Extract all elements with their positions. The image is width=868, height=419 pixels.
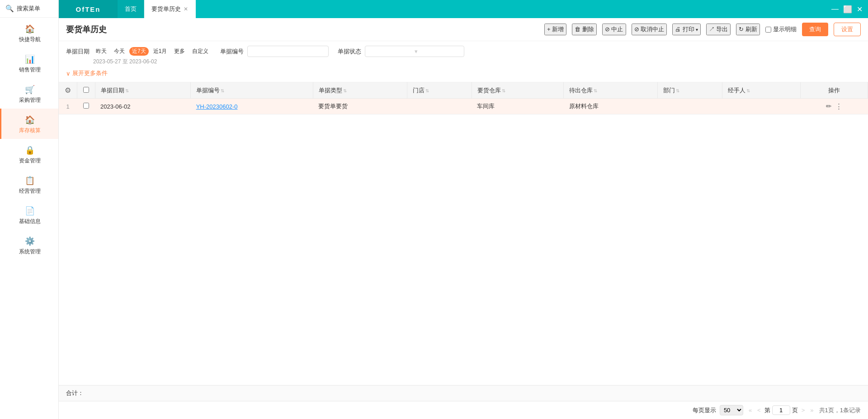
col-header-pending_warehouse: 待出仓库⇅ (564, 82, 658, 99)
sidebar-label-finance: 资金管理 (19, 157, 41, 165)
doc-no-input[interactable] (247, 46, 329, 57)
cell-department (658, 99, 722, 114)
tab-close-requisition-history[interactable]: ✕ (184, 6, 188, 12)
date-opt-last1month[interactable]: 近1月 (151, 47, 170, 56)
new-button[interactable]: + 新增 (544, 24, 566, 35)
topbar-right: — ⬜ ✕ (831, 5, 868, 14)
sidebar-icon-quick-nav: 🏠 (25, 24, 35, 34)
edit-action-icon[interactable]: ✏ (826, 102, 832, 110)
date-opt-custom[interactable]: 自定义 (189, 47, 211, 56)
doc-status-select[interactable]: ▾ (365, 46, 464, 57)
cell-checkbox[interactable] (77, 99, 95, 114)
col-header-store: 门店⇅ (407, 82, 472, 99)
date-opt-today[interactable]: 今天 (111, 47, 127, 56)
date-opt-last7days[interactable]: 近7天 (129, 47, 149, 56)
data-table: ⚙单据日期⇅单据编号⇅单据类型⇅门店⇅要货仓库⇅待出仓库⇅部门⇅经手人⇅操作 1… (59, 82, 868, 114)
sidebar-item-finance[interactable]: 🔒 资金管理 (0, 139, 58, 169)
sidebar-item-operation[interactable]: 📋 经营管理 (0, 169, 58, 200)
col-header-actions: 操作 (801, 82, 868, 99)
col-header-checkbox[interactable] (77, 82, 95, 99)
doc-no-link[interactable]: YH-20230602-0 (196, 103, 238, 110)
date-opt-more[interactable]: 更多 (171, 47, 188, 56)
sidebar: 🔍 搜索菜单 🏠 快捷导航 📊 销售管理 🛒 采购管理 🏠 库存核算 🔒 资金管… (0, 0, 59, 419)
content-area: 要货单历史 + 新增 🗑 删除 ⊘ 中止 ⊘ 取消中止 🖨 打印 ▾ ↗ 导出 … (59, 18, 868, 419)
next-page-button[interactable]: > (800, 406, 807, 414)
sidebar-item-system[interactable]: ⚙️ 系统管理 (0, 230, 58, 260)
page-header: 要货单历史 + 新增 🗑 删除 ⊘ 中止 ⊘ 取消中止 🖨 打印 ▾ ↗ 导出 … (59, 18, 868, 41)
last-page-button[interactable]: » (808, 406, 815, 414)
query-button[interactable]: 查询 (802, 23, 828, 36)
summary-label: 合计： (66, 390, 84, 396)
restore-button[interactable]: ⬜ (843, 5, 852, 14)
sidebar-item-sales[interactable]: 📊 销售管理 (0, 48, 58, 78)
sidebar-item-inventory[interactable]: 🏠 库存核算 (0, 109, 58, 139)
app-logo: OfTEn (59, 0, 118, 18)
tab-home[interactable]: 首页 (118, 0, 144, 18)
table-row: 12023-06-02YH-20230602-0要货单要货车间库原材料仓库 ✏ … (59, 99, 868, 114)
filter-area: 单据日期 昨天今天近7天近1月更多自定义 单据编号 单据状态 ▾ (59, 41, 868, 82)
main-area: OfTEn 首页要货单历史✕ — ⬜ ✕ 要货单历史 + 新增 🗑 删除 ⊘ 中… (59, 0, 868, 419)
settings-gear-icon[interactable]: ⚙ (65, 86, 71, 94)
expand-icon: ∨ (66, 70, 71, 77)
sidebar-label-purchase: 采购管理 (19, 96, 41, 104)
sidebar-icon-finance: 🔒 (25, 145, 35, 155)
print-dropdown-icon[interactable]: ▾ (696, 27, 698, 32)
doc-no-label: 单据编号 (220, 48, 244, 56)
first-page-button[interactable]: « (747, 406, 754, 414)
print-button[interactable]: 🖨 打印 ▾ (672, 24, 701, 35)
footer-summary: 合计： (59, 385, 868, 401)
doc-date-label: 单据日期 (66, 48, 90, 56)
filter-row: 单据日期 昨天今天近7天近1月更多自定义 单据编号 单据状态 ▾ (66, 46, 861, 57)
search-icon: 🔍 (5, 5, 14, 13)
date-opt-yesterday[interactable]: 昨天 (93, 47, 109, 56)
col-header-settings[interactable]: ⚙ (59, 82, 77, 99)
cell-pending_warehouse: 原材料仓库 (564, 99, 658, 114)
cell-store (407, 99, 472, 114)
cell-doc_no[interactable]: YH-20230602-0 (191, 99, 313, 114)
doc-status-filter: 单据状态 ▾ (338, 46, 464, 57)
col-header-req_warehouse: 要货仓库⇅ (472, 82, 563, 99)
select-all-checkbox[interactable] (83, 87, 89, 93)
per-page-select[interactable]: 102050100 (720, 405, 743, 415)
close-window-button[interactable]: ✕ (857, 5, 863, 14)
refresh-button[interactable]: ↻ 刷新 (736, 24, 760, 35)
sidebar-icon-purchase: 🛒 (25, 85, 35, 95)
page-label: 第 (764, 406, 770, 414)
page-title: 要货单历史 (66, 24, 544, 35)
row-checkbox[interactable] (83, 103, 89, 109)
prev-page-button[interactable]: < (755, 406, 763, 414)
col-header-doc_date: 单据日期⇅ (95, 82, 191, 99)
cancel-stop-button[interactable]: ⊘ 取消中止 (632, 24, 667, 35)
sidebar-label-sales: 销售管理 (19, 66, 41, 74)
col-header-doc_no: 单据编号⇅ (191, 82, 313, 99)
expand-filter-button[interactable]: ∨ 展开更多条件 (66, 69, 861, 77)
tab-requisition-history[interactable]: 要货单历史✕ (144, 0, 196, 18)
sidebar-label-base-info: 基础信息 (19, 218, 41, 225)
sidebar-item-base-info[interactable]: 📄 基础信息 (0, 200, 58, 230)
more-action-icon[interactable]: ⋮ (835, 102, 842, 110)
date-range-display: 2023-05-27 至 2023-06-02 (93, 58, 861, 66)
cell-req_warehouse: 车间库 (472, 99, 563, 114)
page-number-input[interactable] (772, 405, 790, 415)
stop-button[interactable]: ⊘ 中止 (602, 24, 626, 35)
sidebar-icon-sales: 📊 (25, 54, 35, 64)
sidebar-item-quick-nav[interactable]: 🏠 快捷导航 (0, 18, 58, 48)
settings-button[interactable]: 设置 (834, 23, 861, 36)
display-detail-checkbox[interactable] (765, 27, 771, 33)
minimize-button[interactable]: — (831, 5, 839, 13)
sidebar-icon-system: ⚙️ (25, 236, 35, 246)
export-button[interactable]: ↗ 导出 (706, 24, 731, 35)
delete-button[interactable]: 🗑 删除 (572, 24, 597, 35)
sidebar-item-purchase[interactable]: 🛒 采购管理 (0, 78, 58, 109)
sidebar-label-operation: 经营管理 (19, 187, 41, 195)
sidebar-label-inventory: 库存核算 (19, 127, 41, 134)
sidebar-icon-base-info: 📄 (25, 206, 35, 216)
cell-actions[interactable]: ✏ ⋮ (801, 99, 868, 114)
sidebar-search[interactable]: 🔍 搜索菜单 (0, 0, 58, 18)
table-area: ⚙单据日期⇅单据编号⇅单据类型⇅门店⇅要货仓库⇅待出仓库⇅部门⇅经手人⇅操作 1… (59, 82, 868, 385)
cell-doc_date: 2023-06-02 (95, 99, 191, 114)
tab-label-home: 首页 (125, 5, 137, 13)
doc-date-filter: 单据日期 昨天今天近7天近1月更多自定义 (66, 47, 211, 56)
toolbar: + 新增 🗑 删除 ⊘ 中止 ⊘ 取消中止 🖨 打印 ▾ ↗ 导出 ↻ 刷新 显… (544, 23, 861, 36)
display-detail-toggle[interactable]: 显示明细 (765, 25, 797, 33)
